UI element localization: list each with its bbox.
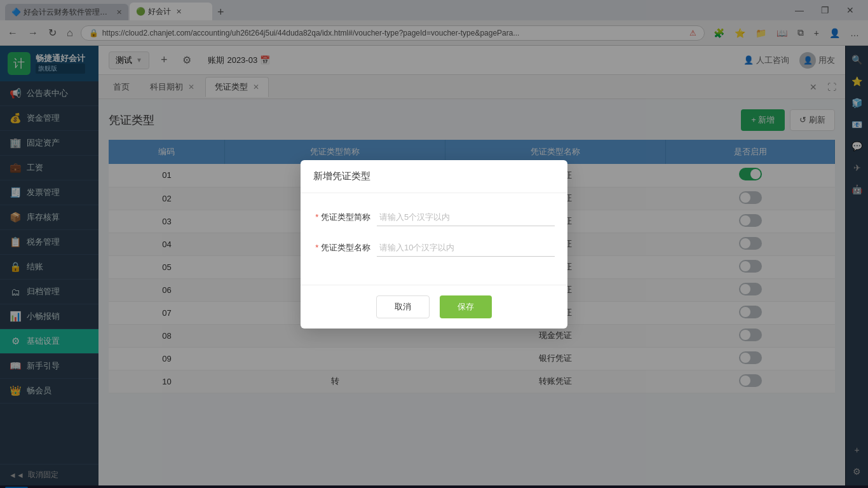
name-input[interactable] <box>377 239 555 257</box>
name-label: 凭证类型名称 <box>313 242 377 254</box>
modal-overlay: 新增凭证类型 凭证类型简称 凭证类型名称 取消 保存 <box>0 0 868 488</box>
short-input[interactable] <box>377 208 555 226</box>
form-row-short: 凭证类型简称 <box>313 208 555 226</box>
save-button[interactable]: 保存 <box>440 295 492 318</box>
modal-title: 新增凭证类型 <box>301 160 567 193</box>
form-row-name: 凭证类型名称 <box>313 239 555 257</box>
short-label: 凭证类型简称 <box>313 212 377 223</box>
cancel-button[interactable]: 取消 <box>376 295 430 318</box>
add-voucher-type-modal: 新增凭证类型 凭证类型简称 凭证类型名称 取消 保存 <box>301 160 567 329</box>
